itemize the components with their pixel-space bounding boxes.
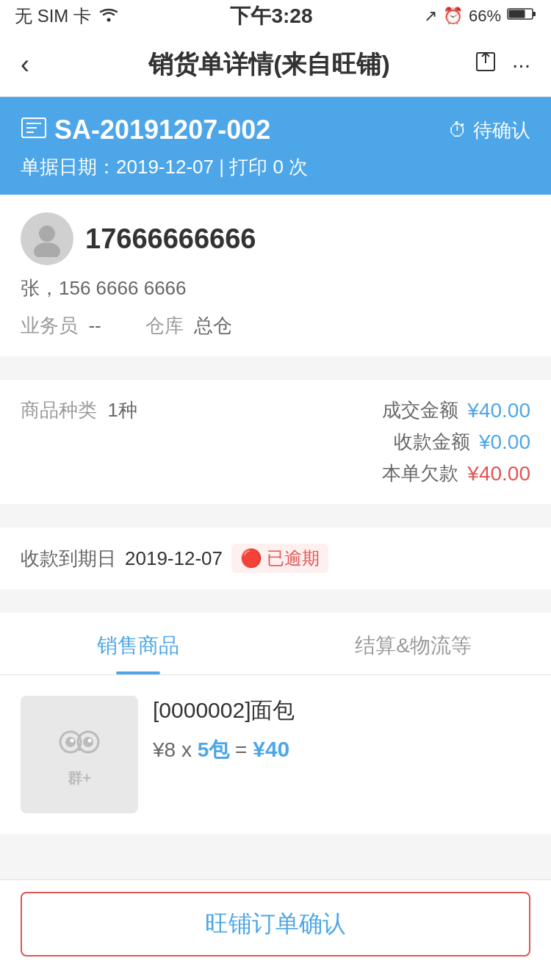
confirm-wangpu-button[interactable]: 旺铺订单确认 bbox=[21, 892, 530, 956]
clock-icon: ⏱ bbox=[448, 119, 467, 142]
salesperson-label: 业务员 bbox=[21, 314, 78, 336]
due-value: ¥40.00 bbox=[467, 462, 530, 486]
due-date-label: 收款到期日 bbox=[21, 546, 116, 572]
bottom-bar: 旺铺订单确认 bbox=[0, 879, 551, 980]
due-label: 本单欠款 bbox=[382, 461, 458, 486]
warehouse-label: 仓库 bbox=[145, 314, 184, 336]
battery-text: 66% bbox=[469, 7, 501, 26]
received-label: 收款金额 bbox=[394, 429, 470, 455]
overdue-badge: 🔴 已逾期 bbox=[231, 544, 328, 573]
product-name: [0000002]面包 bbox=[153, 696, 530, 726]
overdue-text: 已逾期 bbox=[267, 547, 320, 570]
svg-point-0 bbox=[107, 18, 111, 22]
product-info: [0000002]面包 ¥8 x 5包 = ¥40 bbox=[153, 696, 530, 764]
back-button[interactable]: ‹ bbox=[21, 49, 65, 80]
location-icon: ↗ bbox=[424, 7, 437, 26]
order-status: ⏱ 待确认 bbox=[448, 118, 530, 143]
separator-1 bbox=[0, 368, 551, 380]
order-date: 单据日期：2019-12-07 | 打印 0 次 bbox=[21, 154, 530, 180]
due-date-section: 收款到期日 2019-12-07 🔴 已逾期 bbox=[0, 527, 551, 589]
svg-point-14 bbox=[83, 737, 93, 747]
svg-point-9 bbox=[39, 226, 55, 242]
warehouse-value: 总仓 bbox=[194, 314, 232, 336]
summary-section: 商品种类 1种 成交金额 ¥40.00 收款金额 ¥0.00 本单欠款 ¥40.… bbox=[0, 380, 551, 504]
nav-bar: ‹ 销货单详情(来自旺铺) ··· bbox=[0, 32, 551, 97]
customer-phone: 17666666666 bbox=[85, 223, 256, 255]
order-id: SA-20191207-002 bbox=[21, 115, 270, 145]
product-types-value: 1种 bbox=[107, 399, 137, 421]
received-value: ¥0.00 bbox=[479, 430, 530, 454]
time-display: 下午3:28 bbox=[230, 2, 312, 30]
battery-icon bbox=[507, 7, 536, 26]
share-icon[interactable] bbox=[474, 50, 497, 79]
due-date-value: 2019-12-07 bbox=[125, 547, 223, 570]
svg-point-10 bbox=[34, 242, 60, 257]
alarm-icon: ⏰ bbox=[443, 7, 463, 26]
status-left: 无 SIM 卡 bbox=[15, 4, 119, 28]
separator-2 bbox=[0, 516, 551, 527]
more-icon[interactable]: ··· bbox=[512, 52, 530, 77]
product-item: 群+ [0000002]面包 ¥8 x 5包 = ¥40 bbox=[21, 696, 530, 813]
tab-sales-products[interactable]: 销售商品 bbox=[0, 613, 276, 674]
product-total: ¥40 bbox=[253, 737, 289, 761]
svg-point-13 bbox=[65, 737, 76, 747]
tabs-header: 销售商品 结算&物流等 bbox=[0, 613, 551, 675]
page-title: 销货单详情(来自旺铺) bbox=[148, 48, 390, 82]
customer-avatar bbox=[21, 212, 73, 265]
tabs-section: 销售商品 结算&物流等 bbox=[0, 613, 551, 834]
overdue-icon: 🔴 bbox=[240, 548, 262, 569]
order-banner: SA-20191207-002 ⏱ 待确认 单据日期：2019-12-07 | … bbox=[0, 97, 551, 195]
transaction-value: ¥40.00 bbox=[467, 399, 530, 422]
separator-3 bbox=[0, 601, 551, 613]
product-image: 群+ bbox=[21, 696, 138, 813]
status-right: ↗ ⏰ 66% bbox=[424, 7, 536, 26]
svg-point-16 bbox=[88, 738, 92, 742]
status-bar: 无 SIM 卡 下午3:28 ↗ ⏰ 66% bbox=[0, 0, 551, 32]
brand-label: 群+ bbox=[68, 768, 91, 788]
customer-name: 张，156 6666 6666 bbox=[21, 275, 530, 301]
nav-actions: ··· bbox=[474, 50, 530, 79]
transaction-label: 成交金额 bbox=[382, 397, 458, 423]
product-price-formula: ¥8 x 5包 = ¥40 bbox=[153, 736, 530, 764]
salesperson-value: -- bbox=[88, 314, 101, 336]
wifi-icon bbox=[98, 6, 119, 26]
svg-point-15 bbox=[71, 738, 74, 742]
customer-section: 17666666666 张，156 6666 6666 业务员 -- 仓库 总仓 bbox=[0, 195, 551, 356]
tab-settlement-logistics[interactable]: 结算&物流等 bbox=[276, 613, 551, 674]
product-types-label: 商品种类 bbox=[21, 399, 97, 421]
customer-meta: 业务员 -- 仓库 总仓 bbox=[21, 313, 530, 339]
carrier-text: 无 SIM 卡 bbox=[15, 4, 91, 28]
svg-rect-2 bbox=[533, 12, 536, 16]
product-quantity: 5包 bbox=[198, 738, 230, 761]
product-list: 群+ [0000002]面包 ¥8 x 5包 = ¥40 bbox=[0, 675, 551, 834]
order-icon bbox=[21, 115, 47, 145]
svg-rect-3 bbox=[508, 10, 525, 18]
